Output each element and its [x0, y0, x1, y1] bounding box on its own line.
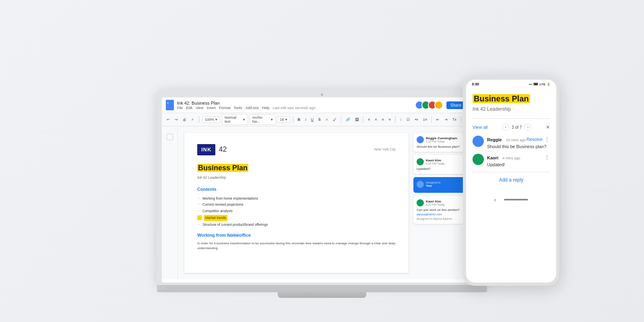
doc-title-text: Business Plan: [197, 163, 396, 173]
page-area: INK 42 New York City Business Plan Ink 4…: [178, 126, 482, 279]
toolbar-sep-5: [395, 116, 396, 123]
resolve-button-1[interactable]: Resolve: [526, 137, 543, 142]
menu-tools[interactable]: Tools: [233, 106, 242, 110]
zoom-dropdown[interactable]: 100% ▾: [202, 116, 220, 123]
laptop-screen: ≡ Ink 42: Business Plan File Edit View I…: [162, 97, 482, 283]
numbered-list-button[interactable]: 1≡: [421, 117, 429, 122]
arrow-icon-4: →: [197, 215, 202, 221]
indent-inc-button[interactable]: ⇥: [443, 117, 449, 122]
list-item-5: → Structure of current product/brand off…: [197, 222, 396, 227]
link-button[interactable]: 🔗: [344, 117, 352, 122]
bullet-list-button[interactable]: •≡: [413, 117, 419, 122]
laptop-bezel: ≡ Ink 42: Business Plan File Edit View I…: [157, 89, 487, 285]
align-center-button[interactable]: ≡: [373, 117, 378, 122]
mobile-status-bar: 3:30 ▪▪▪ ⌨ LTE 🔋: [466, 80, 556, 88]
font-dropdown[interactable]: Archiv Na... ▾: [250, 114, 276, 125]
menu-bar: File Edit View Insert Format Tools Add-o…: [177, 106, 412, 110]
italic-button[interactable]: I: [303, 117, 308, 122]
mobile-pagination: ‹ 3 of 7 ›: [502, 124, 531, 131]
align-right-button[interactable]: ≡: [380, 117, 385, 122]
lte-icon: LTE: [539, 83, 545, 86]
gdocs-title-area: Ink 42: Business Plan File Edit View Ins…: [177, 101, 412, 110]
last-edit-label: Last edit was seconds ago: [272, 106, 315, 110]
mobile-avatar-1: [473, 136, 484, 147]
back-nav-button[interactable]: ‹: [494, 196, 496, 203]
more-menu-2[interactable]: ⋮: [544, 154, 550, 161]
spellcheck-button[interactable]: ✓: [190, 117, 196, 122]
arrow-icon-1: →: [197, 196, 200, 201]
style-dropdown[interactable]: Normal text ▾: [222, 114, 248, 125]
size-dropdown[interactable]: 16 ▾: [277, 116, 290, 123]
mobile-comment-2: Kaori 4 mins ago ⋮ Updated!: [473, 154, 550, 167]
clear-format-button[interactable]: Tx: [451, 117, 458, 122]
mobile-comment-time-2: 4 mins ago: [503, 156, 520, 160]
menu-edit[interactable]: Edit: [186, 106, 193, 110]
sidebar-icon[interactable]: [167, 134, 173, 140]
align-left-button[interactable]: ≡: [366, 117, 372, 122]
laptop: ≡ Ink 42: Business Plan File Edit View I…: [157, 89, 487, 298]
doc-location: New York City: [374, 147, 396, 152]
menu-addons[interactable]: Add-ons: [245, 106, 259, 110]
list-item-2: → Current revised projections: [197, 202, 396, 207]
menu-format[interactable]: Format: [219, 106, 231, 110]
menu-file[interactable]: File: [177, 106, 183, 110]
toolbar-sep-3: [341, 116, 341, 123]
home-bar[interactable]: [504, 199, 528, 200]
bold-button[interactable]: B: [296, 117, 302, 122]
close-comment-button[interactable]: ✕: [546, 124, 550, 130]
undo-button[interactable]: ↩: [165, 117, 171, 122]
arrow-icon-3: →: [197, 209, 200, 213]
menu-view[interactable]: View: [196, 106, 203, 110]
indent-dec-button[interactable]: ⇤: [435, 117, 441, 122]
comment-author-area-4: Kaori Kim 3:25 PM Today: [426, 200, 445, 206]
comment-author-area-1: Reggie Cunningham 3:24 PM Today: [426, 136, 457, 143]
toolbar-sep-7: [461, 116, 461, 123]
mobile-comment-section: View all ‹ 3 of 7 › ✕ Reggie: [473, 118, 550, 167]
comment-avatar-2: [417, 158, 424, 165]
highlight-button[interactable]: 🖊: [331, 117, 338, 122]
line-spacing-button[interactable]: ↕: [398, 117, 404, 122]
strikethrough-button[interactable]: S̶: [317, 117, 322, 122]
image-button[interactable]: 🖼: [353, 117, 360, 122]
mobile-time: 3:30: [472, 82, 479, 86]
document-page[interactable]: INK 42 New York City Business Plan Ink 4…: [184, 133, 409, 273]
toolbar-sep-1: [199, 116, 199, 123]
laptop-base: [157, 285, 487, 292]
working-title: Working from homeoffice: [197, 232, 396, 239]
print-button[interactable]: 🖨: [181, 117, 188, 122]
prev-comment-button[interactable]: ‹: [502, 124, 509, 131]
mobile-comment-1: Reggie 10 mins ago Resolve ⋮ Should this…: [473, 136, 550, 149]
comment-avatar-4: [417, 199, 424, 206]
gdocs-body: INK 42 New York City Business Plan Ink 4…: [162, 126, 482, 279]
mobile-comment-text-2: Updated!: [487, 162, 550, 167]
menu-insert[interactable]: Insert: [206, 106, 216, 110]
align-justify-button[interactable]: ≡: [387, 117, 392, 122]
toolbar: ↩ ↪ 🖨 ✓ 100% ▾ Normal text ▾ Archiv Na..…: [162, 113, 482, 126]
mobile-home-indicator: ‹: [466, 193, 556, 206]
toolbar-sep-2: [293, 116, 293, 123]
mobile-avatar-2: [473, 154, 484, 165]
view-all-link[interactable]: View all: [473, 125, 488, 130]
menu-help[interactable]: Help: [262, 106, 270, 110]
wifi-icon: ⌨: [533, 83, 538, 86]
mobile-doc-title-text: Business Plan: [473, 93, 550, 104]
underline-button[interactable]: U: [310, 117, 316, 122]
text-color-button[interactable]: A: [324, 117, 330, 122]
comment-time-2: 3:24 PM Today: [426, 162, 445, 165]
redo-button[interactable]: ↪: [173, 117, 180, 122]
comment-author-4: Kaori Kim: [426, 200, 445, 203]
next-comment-button[interactable]: ›: [524, 124, 531, 131]
doc-title-bar[interactable]: Ink 42: Business Plan: [177, 101, 412, 105]
comment-time-4: 3:25 PM Today: [426, 203, 445, 206]
doc-logo-row: INK 42 New York City: [197, 144, 396, 155]
mobile-comment-top-1: Reggie 10 mins ago Resolve ⋮: [487, 136, 550, 143]
checklist-button[interactable]: ☑: [405, 117, 411, 122]
add-reply-button[interactable]: Add a reply: [473, 172, 550, 188]
share-button[interactable]: Share: [446, 101, 465, 109]
mobile-comment-time-1: 10 mins ago: [506, 138, 526, 142]
laptop-stand: [278, 292, 366, 298]
comment-author-2: Kaori Kim: [426, 159, 445, 162]
more-menu-1[interactable]: ⋮: [544, 136, 550, 142]
contents-heading: Contents: [197, 186, 396, 193]
arrow-icon-2: →: [197, 202, 200, 207]
